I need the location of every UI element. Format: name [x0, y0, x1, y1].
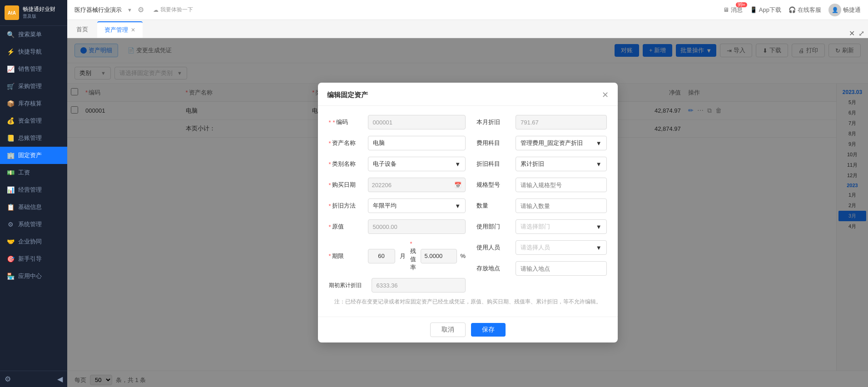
sidebar-item-quicknav[interactable]: ⚡快捷导航: [0, 43, 67, 60]
residual-rate-input[interactable]: [421, 249, 457, 263]
content-area: 资产明细 📄 变更生成凭证 对账 + 新增 批量操作 ▼ ⇥ 导入 ⬇: [67, 38, 868, 387]
quantity-input[interactable]: [516, 198, 606, 213]
purchase-icon: 🛒: [6, 82, 15, 90]
sidebar-label-system: 系统管理: [18, 220, 42, 228]
sidebar-item-assets[interactable]: 🏢固定资产: [0, 147, 67, 164]
sidebar-nav: 🔍搜索菜单⚡快捷导航📈销售管理🛒采购管理📦库存核算💰资金管理📒总账管理🏢固定资产…: [0, 26, 67, 371]
field-department: 使用部门 请选择部门 ▼: [476, 219, 606, 234]
sidebar-label-inventory: 库存核算: [18, 99, 42, 108]
dialog-header: 编辑固定资产 ✕: [318, 83, 618, 106]
online-service-btn[interactable]: 🎧 在线客服: [789, 6, 821, 14]
dialog-note: 注：已经存在变更记录或者对应固定资产已经生成凭证，原值、购买日期、残值率、累计折…: [329, 294, 607, 308]
department-select[interactable]: 请选择部门 ▼: [516, 219, 606, 234]
original-value-input[interactable]: [368, 219, 466, 234]
window-close-icon[interactable]: ✕: [849, 29, 855, 38]
tabbar: 首页 资产管理 ✕ ✕ ⤢: [67, 20, 868, 38]
basic-icon: 📋: [6, 203, 15, 211]
guide-icon: 🎯: [6, 255, 15, 263]
dialog-footer: 取消 保存: [318, 317, 618, 342]
inventory-icon: 📦: [6, 99, 15, 108]
topbar-settings-icon[interactable]: ⚙: [138, 5, 144, 14]
method-chevron-icon: ▼: [455, 203, 461, 209]
sidebar: AtA 畅捷通好业财 普及版 🔍搜索菜单⚡快捷导航📈销售管理🛒采购管理📦库存核算…: [0, 0, 67, 387]
sidebar-label-finance: 资金管理: [18, 117, 42, 125]
field-expense-subject: 费用科目 管理费用_固定资产折旧 ▼: [476, 136, 606, 150]
logo-icon: AtA: [5, 5, 19, 20]
sidebar-item-payroll[interactable]: 💵工资: [0, 164, 67, 181]
system-icon: ⚙: [6, 220, 15, 228]
sidebar-item-appstore[interactable]: 🏪应用中心: [0, 268, 67, 285]
expense-subject-select[interactable]: 管理费用_固定资产折旧 ▼: [516, 136, 606, 150]
field-purchase-date: * 购买日期 202206 📅: [329, 178, 466, 192]
period-input[interactable]: [368, 249, 395, 263]
monthly-depreciation-input: [516, 115, 606, 129]
logo-sub: 普及版: [23, 13, 55, 20]
company-name: 医疗器械行业演示: [74, 6, 122, 14]
calendar-icon: 📅: [454, 182, 461, 189]
app-download-btn[interactable]: 📱 App下载: [750, 6, 781, 14]
edit-dialog: 编辑固定资产 ✕ * 编码: [318, 83, 618, 342]
date-picker[interactable]: 202206 📅: [368, 178, 466, 192]
sidebar-item-purchase[interactable]: 🛒采购管理: [0, 78, 67, 95]
sidebar-label-sales: 销售管理: [18, 65, 42, 73]
feedback-btn[interactable]: ☁ 我要体验一下: [153, 6, 193, 14]
sidebar-item-system[interactable]: ⚙系统管理: [0, 216, 67, 233]
ledger-icon: 📒: [6, 134, 15, 142]
sidebar-label-search: 搜索菜单: [18, 30, 42, 39]
dialog-close-btn[interactable]: ✕: [602, 90, 609, 100]
sidebar-item-search[interactable]: 🔍搜索菜单: [0, 26, 67, 43]
sidebar-item-guide[interactable]: 🎯新手引导: [0, 250, 67, 268]
sidebar-label-purchase: 采购管理: [18, 82, 42, 90]
category-select[interactable]: 电子设备 ▼: [368, 157, 466, 171]
tab-close-icon[interactable]: ✕: [131, 27, 135, 33]
sales-icon: 📈: [6, 65, 15, 73]
sidebar-label-assets: 固定资产: [18, 151, 42, 159]
sidebar-label-appstore: 应用中心: [18, 272, 42, 280]
sidebar-item-inventory[interactable]: 📦库存核算: [0, 95, 67, 112]
sidebar-label-payroll: 工资: [18, 169, 30, 177]
field-location: 存放地点: [476, 261, 606, 276]
cancel-btn[interactable]: 取消: [430, 322, 466, 337]
settings-icon[interactable]: ⚙: [5, 375, 11, 383]
initial-depreciation-input[interactable]: [372, 278, 466, 293]
sidebar-item-ledger[interactable]: 📒总账管理: [0, 129, 67, 147]
field-initial-depreciation: 期初累计折旧: [329, 278, 466, 293]
sidebar-item-sales[interactable]: 📈销售管理: [0, 60, 67, 78]
sidebar-item-operations[interactable]: 📊经营管理: [0, 181, 67, 198]
tab-assets[interactable]: 资产管理 ✕: [97, 21, 143, 38]
user-chevron-icon: ▼: [596, 244, 602, 251]
collapse-icon[interactable]: ◀: [57, 375, 63, 383]
location-input[interactable]: [516, 261, 606, 276]
finance-icon: 💰: [6, 117, 15, 125]
dialog-title: 编辑固定资产: [327, 91, 368, 99]
sidebar-label-ledger: 总账管理: [18, 134, 42, 142]
sidebar-label-quicknav: 快捷导航: [18, 48, 42, 56]
avatar: 👤: [828, 4, 841, 16]
window-expand-icon[interactable]: ⤢: [858, 29, 864, 38]
user-select[interactable]: 请选择人员 ▼: [516, 240, 606, 255]
code-input[interactable]: [368, 115, 466, 129]
appstore-icon: 🏪: [6, 272, 15, 280]
field-quantity: 数量: [476, 198, 606, 213]
topbar-right: 🖥 消息 99+ 📱 App下载 🎧 在线客服 👤 畅捷通: [723, 4, 861, 16]
notification-wrap[interactable]: 🖥 消息 99+: [723, 6, 743, 14]
depreciation-method-select[interactable]: 年限平均 ▼: [368, 198, 466, 213]
sidebar-item-finance[interactable]: 💰资金管理: [0, 112, 67, 129]
modal-overlay: 编辑固定资产 ✕ * 编码: [67, 38, 868, 387]
save-btn[interactable]: 保存: [471, 323, 506, 337]
residual-rate-label: * 残值率: [410, 240, 416, 272]
asset-name-input[interactable]: [368, 136, 466, 150]
sidebar-label-basic: 基础信息: [18, 203, 42, 211]
tab-home[interactable]: 首页: [69, 21, 95, 38]
spec-model-input[interactable]: [516, 178, 606, 192]
depreciation-subject-select[interactable]: 累计折旧 ▼: [516, 157, 606, 171]
field-category: * 类别名称 电子设备 ▼: [329, 157, 466, 171]
sidebar-item-enterprise[interactable]: 🤝企业协同: [0, 233, 67, 250]
field-original-value: * 原值: [329, 219, 466, 234]
sidebar-item-basic[interactable]: 📋基础信息: [0, 198, 67, 216]
company-dropdown-icon[interactable]: ▼: [127, 7, 132, 13]
expense-subject-chevron: ▼: [596, 140, 602, 147]
dialog-body: * 编码 * 资产名称: [318, 106, 618, 317]
topbar: 医疗器械行业演示 ▼ ⚙ ☁ 我要体验一下 🖥 消息 99+ 📱 App下载 🎧…: [67, 0, 868, 20]
user-area[interactable]: 👤 畅捷通: [828, 4, 861, 16]
